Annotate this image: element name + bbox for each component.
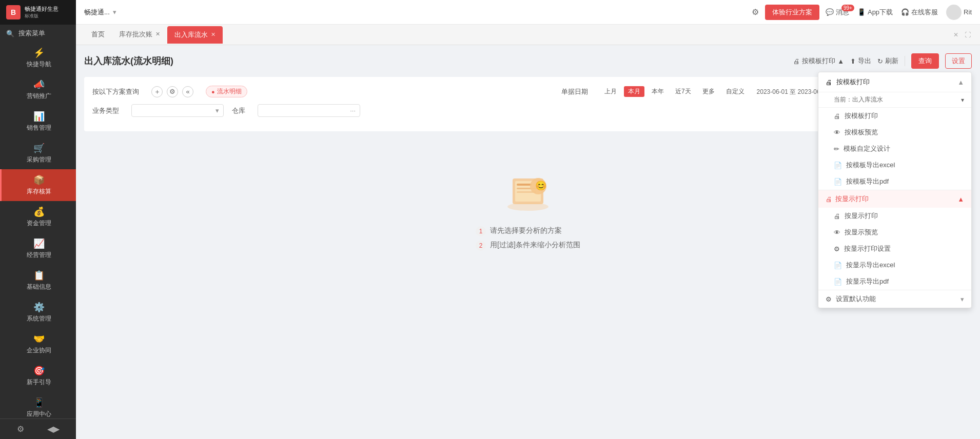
filter-collapse-button[interactable]: « (182, 86, 193, 97)
dp-item-display-excel[interactable]: 📄 按显示导出excel (818, 257, 971, 273)
settings-button[interactable]: 设置 (945, 53, 972, 69)
default-func-arrow-icon: ▾ (961, 295, 964, 303)
tab-batch-account-close-icon[interactable]: ✕ (155, 31, 160, 37)
tab-home[interactable]: 首页 (84, 26, 112, 44)
sidebar-item-label: 快捷导航 (27, 60, 51, 69)
dp-section-display[interactable]: 🖨 按显示打印 ▲ (818, 190, 971, 208)
topbar-avatar-area[interactable]: Rit (946, 5, 972, 20)
empty-steps: 1 请先选择要分析的方案 2 用[过滤]条件来缩小分析范围 (476, 226, 580, 255)
sidebar-item-label: 经营管理 (27, 251, 51, 260)
biz-type-select[interactable]: ▾ (131, 104, 224, 117)
sidebar-item-sales[interactable]: 📊 销售管理 (0, 106, 76, 137)
sidebar-item-operations[interactable]: 📈 经营管理 (0, 233, 76, 265)
sidebar-item-cooperation[interactable]: 🤝 企业协同 (0, 328, 76, 360)
step-2-text: 用[过滤]条件来缩小分析范围 (490, 241, 580, 250)
query-button[interactable]: 查询 (911, 53, 939, 69)
dp-item-template-preview[interactable]: 👁 按模板预览 (818, 124, 971, 141)
filter-settings-button[interactable]: ⚙ (167, 86, 178, 97)
export-button[interactable]: ⬆ 导出 (850, 56, 871, 66)
inventory-icon: 📦 (33, 174, 45, 186)
date-btn-this-year[interactable]: 本年 (648, 86, 668, 97)
print-template-label: 按模板打印 (802, 56, 835, 66)
logo-name: 畅捷通好生意 (25, 5, 58, 12)
sidebar-scroll: ⚡ 快捷导航 📣 营销推广 📊 销售管理 🛒 采购管理 📦 库存核算 💰 资金管… (0, 42, 76, 418)
dp-item-display-print-settings[interactable]: ⚙ 按显示打印设置 (818, 241, 971, 257)
sidebar-item-quick-nav[interactable]: ⚡ 快捷导航 (0, 42, 76, 74)
dp-item-template-excel[interactable]: 📄 按模板导出excel (818, 157, 971, 173)
tab-flow-close-icon[interactable]: ✕ (211, 31, 215, 38)
sidebar-collapse-icon[interactable]: ◀▶ (47, 424, 60, 434)
sidebar-item-guide[interactable]: 🎯 新手引导 (0, 360, 76, 392)
display-print-settings-label: 按显示打印设置 (844, 244, 891, 253)
dp-item-default-func[interactable]: ⚙ 设置默认功能 ▾ (818, 290, 971, 308)
sidebar-item-search-menu[interactable]: 🔍 搜索菜单 (0, 25, 76, 42)
tab-bar-max-icon[interactable]: ⛶ (964, 31, 972, 38)
page-header: 出入库流水(流水明细) 🖨 按模板打印 ▲ ⬆ 导出 ↻ 刷新 查询 设置 (84, 53, 972, 69)
display-excel-label: 按显示导出excel (846, 261, 895, 270)
display-pdf-label: 按显示导出pdf (846, 277, 889, 286)
sidebar-item-app-center[interactable]: 📱 应用中心 (0, 392, 76, 418)
topbar-gear-icon[interactable]: ⚙ (752, 7, 759, 17)
filter-tag-label: 流水明细 (217, 87, 242, 96)
display-print-label: 按显示打印 (845, 211, 878, 221)
dp-item-template-pdf[interactable]: 📄 按模板导出pdf (818, 173, 971, 190)
print-template-button[interactable]: 🖨 按模板打印 ▲ (793, 56, 844, 66)
filter-tag-dot: ● (211, 89, 215, 95)
tab-flow[interactable]: 出入库流水 ✕ (167, 26, 223, 44)
date-btn-7days[interactable]: 近7天 (671, 86, 695, 97)
app-download-label: App下载 (868, 8, 893, 17)
purchase-icon: 🛒 (33, 143, 45, 154)
action-divider (905, 56, 905, 66)
page-actions: 🖨 按模板打印 ▲ ⬆ 导出 ↻ 刷新 查询 设置 (793, 53, 972, 69)
template-preview-icon: 👁 (834, 129, 840, 136)
dp-toggle-icon[interactable]: ▲ (957, 78, 964, 86)
trial-button[interactable]: 体验行业方案 (765, 5, 819, 20)
display-section-text: 按显示打印 (835, 194, 869, 204)
date-btn-last-month[interactable]: 上月 (600, 86, 621, 97)
template-custom-icon: ✏ (834, 145, 839, 153)
search-icon: 🔍 (6, 30, 14, 37)
refresh-button[interactable]: ↻ 刷新 (877, 56, 898, 66)
sidebar-item-basic-info[interactable]: 📋 基础信息 (0, 265, 76, 296)
printer-icon: 🖨 (793, 57, 800, 65)
date-btn-more[interactable]: 更多 (698, 86, 719, 97)
sidebar-item-label: 采购管理 (27, 155, 51, 164)
sidebar-item-purchase[interactable]: 🛒 采购管理 (0, 137, 76, 169)
sidebar-logo: B 畅捷通好生意 标准版 (0, 0, 76, 25)
display-preview-icon: 👁 (834, 229, 840, 236)
svg-text:😊: 😊 (535, 180, 547, 191)
dropdown-panel: 🖨 按模板打印 ▲ 当前：出入库流水 ▾ 🖨 按模板打印 👁 按模板预览 ✏ 模 (818, 72, 972, 308)
sidebar-item-label: 基础信息 (27, 283, 51, 291)
topbar-message[interactable]: 💬 消息 99+ (826, 8, 849, 17)
sidebar-item-funds[interactable]: 💰 资金管理 (0, 201, 76, 233)
date-btn-this-month[interactable]: 本月 (624, 86, 644, 97)
warehouse-select[interactable]: ··· (258, 104, 360, 117)
sidebar-settings-icon[interactable]: ⚙ (17, 424, 24, 434)
sidebar-item-label: 营销推广 (27, 92, 51, 101)
dp-item-display-pdf[interactable]: 📄 按显示导出pdf (818, 273, 971, 290)
step-2-num: 2 (476, 241, 486, 251)
filter-tag-item[interactable]: ● 流水明细 (206, 86, 247, 97)
sidebar-item-system[interactable]: ⚙️ 系统管理 (0, 296, 76, 328)
display-excel-icon: 📄 (834, 262, 842, 269)
sidebar-item-label: 新手引导 (27, 378, 51, 387)
dp-current: 当前：出入库流水 ▾ (818, 92, 971, 107)
dp-item-template-custom[interactable]: ✏ 模板自定义设计 (818, 141, 971, 157)
topbar-right: 💬 消息 99+ 📱 App下载 🎧 在线客服 Rit (826, 5, 972, 20)
sidebar-item-label: 资金管理 (27, 219, 51, 228)
dp-item-display-preview[interactable]: 👁 按显示预览 (818, 224, 971, 241)
topbar-app-download[interactable]: 📱 App下载 (857, 8, 893, 17)
tab-bar-close-icon[interactable]: ✕ (952, 31, 959, 38)
tab-batch-account[interactable]: 库存批次账 ✕ (112, 26, 167, 44)
export-label: 导出 (858, 56, 871, 66)
topbar-customer-service[interactable]: 🎧 在线客服 (901, 8, 938, 17)
topbar-user-dropdown-icon[interactable]: ▾ (113, 8, 116, 16)
dp-item-template-print[interactable]: 🖨 按模板打印 (818, 108, 971, 124)
date-btn-custom[interactable]: 自定义 (722, 86, 749, 97)
filter-add-button[interactable]: ＋ (151, 86, 163, 97)
step-1-num: 1 (476, 226, 486, 236)
refresh-label: 刷新 (885, 56, 898, 66)
sidebar-item-inventory[interactable]: 📦 库存核算 (0, 169, 76, 201)
sidebar-item-marketing[interactable]: 📣 营销推广 (0, 74, 76, 106)
dp-item-display-print[interactable]: 🖨 按显示打印 (818, 208, 971, 224)
